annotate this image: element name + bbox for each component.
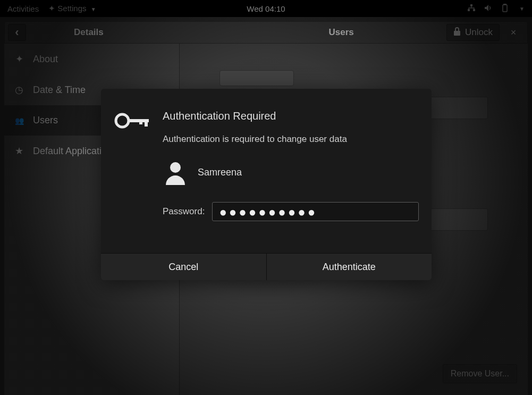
svg-rect-3: [503, 5, 507, 12]
app-menu[interactable]: ✦ Settings ▼: [48, 4, 96, 13]
sidebar-item-label: About: [33, 54, 58, 65]
avatar-icon: [163, 159, 188, 185]
gnome-topbar: Activities ✦ Settings ▼ Wed 04:10 ▼: [0, 0, 532, 17]
authenticate-button[interactable]: Authenticate: [266, 254, 432, 280]
battery-icon[interactable]: [501, 4, 509, 14]
password-input[interactable]: ●●●●●●●●●●: [212, 202, 419, 221]
close-icon: ×: [511, 27, 517, 38]
users-icon: 👥: [14, 116, 24, 125]
network-icon[interactable]: [467, 4, 476, 13]
chevron-down-icon: ▼: [89, 6, 96, 12]
sidebar-item-label: Date & Time: [33, 85, 86, 96]
close-button[interactable]: ×: [506, 25, 521, 40]
clock[interactable]: Wed 04:10: [247, 4, 285, 13]
auth-dialog-buttons: Cancel Authenticate: [101, 253, 432, 280]
star-icon: ★: [14, 145, 24, 157]
svg-rect-2: [473, 9, 475, 11]
svg-rect-1: [468, 9, 470, 11]
cancel-button[interactable]: Cancel: [101, 254, 266, 280]
unlock-label: Unlock: [465, 27, 493, 38]
svg-rect-10: [139, 119, 142, 124]
lock-icon: [453, 27, 461, 38]
user-avatar-placeholder: [219, 70, 294, 86]
activities-button[interactable]: Activities: [7, 4, 39, 13]
svg-rect-4: [504, 4, 506, 5]
window-header: ‹ Details Users Unlock ×: [4, 21, 528, 44]
svg-point-7: [120, 119, 124, 123]
auth-description: Authentication is required to change use…: [163, 134, 419, 145]
app-menu-label: Settings: [57, 4, 86, 13]
remove-user-label: Remove User...: [451, 369, 509, 378]
remove-user-button[interactable]: Remove User...: [443, 364, 517, 383]
auth-user-row: Samreena: [163, 159, 419, 185]
svg-rect-0: [470, 4, 472, 6]
header-title-section: Users: [328, 27, 353, 38]
settings-icon: ✦: [48, 4, 55, 13]
svg-point-11: [170, 162, 181, 173]
svg-rect-5: [454, 31, 460, 36]
auth-dialog: Authentication Required Authentication i…: [101, 89, 432, 280]
system-menu-chevron-icon[interactable]: ▼: [517, 6, 525, 12]
clock-icon: ◷: [14, 84, 24, 96]
key-icon: [114, 110, 150, 221]
password-row: Password: ●●●●●●●●●●: [163, 202, 419, 221]
unlock-button[interactable]: Unlock: [446, 24, 500, 41]
svg-rect-9: [145, 119, 148, 127]
auth-user-name: Samreena: [198, 167, 242, 178]
sidebar-item-label: Users: [33, 115, 58, 126]
back-button[interactable]: ‹: [8, 24, 26, 41]
password-label: Password:: [163, 206, 205, 217]
sidebar-item-about[interactable]: ✦ About: [4, 44, 179, 74]
header-title-details: Details: [74, 27, 104, 38]
chevron-left-icon: ‹: [15, 26, 19, 39]
about-icon: ✦: [14, 53, 24, 65]
volume-icon[interactable]: [484, 4, 493, 13]
auth-title: Authentication Required: [163, 110, 419, 122]
